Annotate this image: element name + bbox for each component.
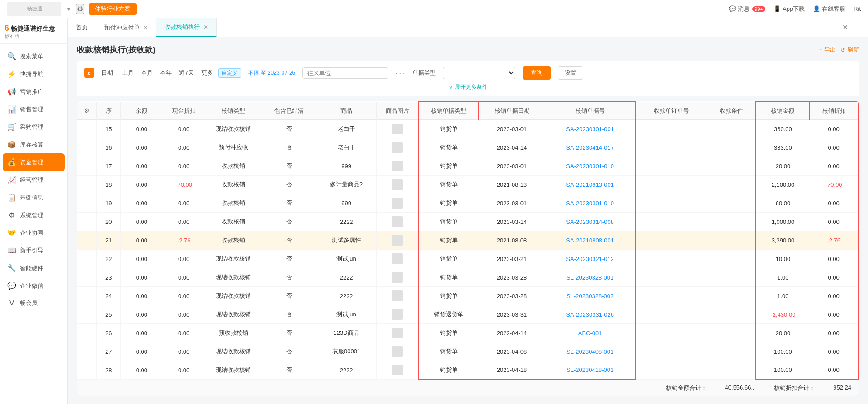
row-include-settled: 否: [262, 213, 316, 231]
row-verify-date: 2021-08-13: [479, 176, 545, 194]
expand-more-conditions-btn[interactable]: ∨ 展开更多条件: [84, 83, 852, 91]
sidebar-item-hardware[interactable]: 🔧 智能硬件: [0, 259, 67, 277]
col-verify-no: 核销单据号: [545, 102, 636, 120]
row-verify-amount: 20.00: [756, 324, 810, 342]
row-verify-no[interactable]: SA-20210813-001: [545, 176, 636, 194]
tab-fullscreen-btn[interactable]: ⛶: [853, 22, 863, 33]
col-balance: 余额: [121, 102, 163, 120]
top-bar-left: 畅捷通 ▼ ⚙ 体验行业方案: [7, 2, 137, 16]
date-more-btn[interactable]: 更多: [199, 68, 215, 78]
row-goods-image: [377, 176, 419, 194]
bill-type-select[interactable]: [443, 67, 515, 79]
industry-btn[interactable]: 体验行业方案: [89, 3, 137, 15]
row-verify-type: 收款核销: [205, 231, 262, 250]
dropdown-arrow-icon[interactable]: ▼: [66, 6, 71, 12]
sidebar-item-finance[interactable]: 💰 资金管理: [3, 153, 65, 171]
tab-prepay-close-icon[interactable]: ✕: [143, 24, 148, 31]
export-btn[interactable]: ↑ 导出: [820, 46, 836, 54]
verify-no-link[interactable]: SA-20210813-001: [566, 181, 614, 188]
settings-icon[interactable]: ⚙: [76, 4, 84, 14]
tab-verify-close-icon[interactable]: ✕: [203, 24, 208, 30]
row-verify-no[interactable]: SA-20230314-008: [545, 213, 636, 231]
row-goods: 999: [316, 157, 377, 176]
row-goods-image: [377, 194, 419, 213]
verify-no-link[interactable]: ABC-001: [578, 330, 602, 337]
row-verify-no[interactable]: SA-20210808-001: [545, 231, 636, 250]
online-service-btn[interactable]: 👤 在线客服: [813, 5, 845, 13]
row-verify-no[interactable]: SA-20230301-010: [545, 194, 636, 213]
tab-verify[interactable]: 收款核销执行 ✕: [156, 18, 217, 37]
row-verify-no[interactable]: SA-20230414-017: [545, 138, 636, 157]
sidebar-item-label: 新手引导: [20, 247, 43, 255]
verify-no-link[interactable]: SA-20230314-008: [566, 219, 614, 225]
row-goods-image: [377, 157, 419, 176]
row-verify-bill-type: 销货单: [419, 250, 479, 268]
row-verify-no[interactable]: SL-20230328-002: [545, 287, 636, 305]
row-index: 21: [97, 231, 121, 250]
app-download-btn[interactable]: 📱 App下载: [774, 5, 805, 13]
row-index: 27: [97, 342, 121, 361]
date-custom-btn[interactable]: 自定义: [218, 68, 241, 78]
date-last-month-btn[interactable]: 上月: [120, 68, 136, 78]
row-verify-no[interactable]: SA-20230301-010: [545, 157, 636, 176]
sidebar-item-purchase[interactable]: 🛒 采购管理: [0, 118, 67, 136]
table-container[interactable]: ⚙ 序 余额 现金折扣 核销类型 包含已结清 商品 商品图片 核销单据类型: [77, 101, 859, 380]
tab-home[interactable]: 首页: [68, 18, 96, 37]
refresh-btn[interactable]: ↺ 刷新: [840, 46, 859, 54]
row-receipt-order: [635, 287, 708, 305]
row-verify-no[interactable]: SA-20230331-026: [545, 305, 636, 324]
sidebar-item-inventory[interactable]: 📦 库存核算: [0, 136, 67, 153]
partner-more-btn[interactable]: ···: [396, 68, 405, 78]
message-btn[interactable]: 💬 消息 99+: [729, 5, 765, 13]
verify-no-link[interactable]: SL-20230418-001: [566, 366, 613, 373]
row-verify-no[interactable]: SL-20230408-001: [545, 342, 636, 361]
expand-icon: ∨: [448, 84, 453, 90]
filter-expand-btn[interactable]: »: [84, 68, 94, 78]
row-verify-type: 现结收款核销: [205, 342, 262, 361]
verify-no-link[interactable]: SA-20230301-010: [566, 163, 614, 170]
sidebar-item-wechat[interactable]: 💬 企业微信: [0, 277, 67, 295]
sidebar-item-operations[interactable]: 📈 经营管理: [0, 171, 67, 189]
sidebar-item-search[interactable]: 🔍 搜索菜单: [0, 48, 67, 65]
row-include-settled: 否: [262, 250, 316, 268]
verify-no-link[interactable]: SL-20230408-001: [566, 348, 613, 355]
row-balance: 0.00: [121, 287, 163, 305]
row-gear-cell: [77, 250, 97, 268]
sidebar-item-enterprise[interactable]: 🤝 企业协同: [0, 224, 67, 242]
row-verify-no[interactable]: SA-20230321-012: [545, 250, 636, 268]
row-include-settled: 否: [262, 361, 316, 380]
row-verify-no[interactable]: SL-20230328-001: [545, 268, 636, 287]
sidebar-item-sales[interactable]: 📊 销售管理: [0, 100, 67, 118]
sidebar-item-basics[interactable]: 📋 基础信息: [0, 189, 67, 206]
verify-no-link[interactable]: SL-20230328-002: [566, 293, 613, 299]
date-this-year-btn[interactable]: 本年: [158, 68, 174, 78]
sidebar-item-marketing[interactable]: 📢 营销推广: [0, 83, 67, 100]
brand-name: 6 畅捷通谱好生意: [5, 24, 63, 33]
row-verify-no[interactable]: SL-20230418-001: [545, 361, 636, 380]
sidebar-item-vip[interactable]: V 畅会员: [0, 295, 67, 312]
verify-no-link[interactable]: SA-20230301-001: [566, 126, 614, 133]
verify-no-link[interactable]: SA-20230321-012: [566, 256, 614, 262]
tab-prepay[interactable]: 预付冲应付单 ✕: [96, 18, 156, 37]
row-verify-no[interactable]: ABC-001: [545, 324, 636, 342]
row-gear-cell: [77, 157, 97, 176]
verify-no-link[interactable]: SA-20230301-010: [566, 200, 614, 207]
partner-input[interactable]: [302, 67, 388, 79]
sidebar-item-guide[interactable]: 📖 新手引导: [0, 242, 67, 259]
date-this-month-btn[interactable]: 本月: [139, 68, 155, 78]
filter-settings-btn[interactable]: 设置: [558, 66, 583, 80]
date-last-7days-btn[interactable]: 近7天: [177, 68, 196, 78]
row-verify-bill-type: 销货单: [419, 176, 479, 194]
row-goods-image: [377, 361, 419, 380]
verify-no-link[interactable]: SA-20230414-017: [566, 144, 614, 151]
query-btn[interactable]: 查询: [523, 66, 551, 80]
verify-no-link[interactable]: SA-20210808-001: [566, 237, 614, 244]
verify-no-link[interactable]: SL-20230328-001: [566, 274, 613, 281]
tab-close-all-btn[interactable]: ✕: [840, 21, 850, 33]
sidebar-item-system[interactable]: ⚙ 系统管理: [0, 206, 67, 224]
user-name[interactable]: Rit: [854, 5, 861, 12]
verify-no-link[interactable]: SA-20230331-026: [566, 311, 614, 318]
col-gear[interactable]: ⚙: [77, 102, 97, 120]
sidebar-item-shortcuts[interactable]: ⚡ 快捷导航: [0, 65, 67, 83]
row-verify-no[interactable]: SA-20230301-001: [545, 120, 636, 138]
